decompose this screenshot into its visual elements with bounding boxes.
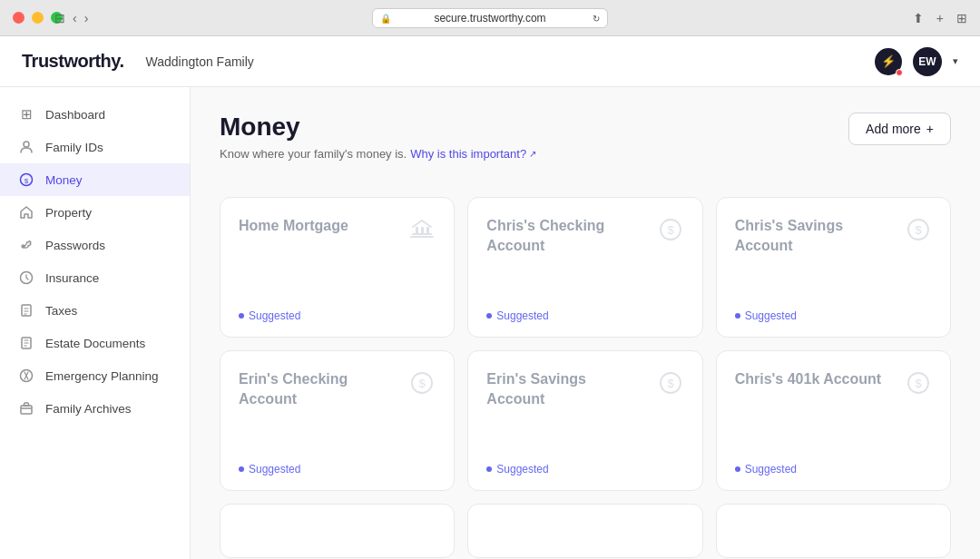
suggested-badge: Suggested xyxy=(249,463,300,476)
minimize-button[interactable] xyxy=(32,12,44,24)
cards-grid: Home Mortgage Suggested xyxy=(220,197,951,558)
notifications-button[interactable]: ⚡ xyxy=(875,48,902,75)
sidebar-item-emergency-planning[interactable]: Emergency Planning xyxy=(0,359,190,392)
grid-view-icon[interactable]: ⊞ xyxy=(956,11,967,25)
card-bottom: Suggested xyxy=(486,463,683,476)
suggested-badge: Suggested xyxy=(496,463,548,476)
suggested-dot xyxy=(239,466,244,472)
sidebar-label-emergency-planning: Emergency Planning xyxy=(45,369,159,383)
estate-documents-icon xyxy=(18,335,34,351)
card-7[interactable] xyxy=(220,504,455,558)
svg-point-0 xyxy=(24,142,29,147)
why-link[interactable]: Why is this important? ↗ xyxy=(410,147,536,161)
family-name: Waddington Family xyxy=(146,54,254,69)
add-more-icon: + xyxy=(926,122,934,136)
url-bar[interactable]: 🔒 secure.trustworthy.com ↻ xyxy=(372,8,608,28)
dollar-circle-icon: $ xyxy=(408,369,436,403)
svg-text:$: $ xyxy=(915,377,922,390)
refresh-icon[interactable]: ↻ xyxy=(593,13,600,23)
dashboard-icon: ⊞ xyxy=(18,106,34,123)
sidebar-item-insurance[interactable]: Insurance xyxy=(0,261,190,294)
suggested-dot xyxy=(486,313,492,319)
sidebar-item-family-archives[interactable]: Family Archives xyxy=(0,392,190,425)
title-section: Money Know where your family's money is.… xyxy=(220,113,536,181)
add-more-button[interactable]: Add more + xyxy=(848,113,951,145)
sidebar-label-passwords: Passwords xyxy=(45,239,105,252)
card-top: Erin's Savings Account $ xyxy=(486,369,683,408)
family-ids-icon xyxy=(18,139,34,155)
card-9[interactable] xyxy=(716,504,951,558)
dollar-circle-icon: $ xyxy=(657,369,684,403)
close-button[interactable] xyxy=(13,12,24,24)
card-top: Chris's Checking Account $ xyxy=(486,216,683,255)
sidebar-item-property[interactable]: Property xyxy=(0,196,190,229)
dollar-circle-icon: $ xyxy=(905,216,932,250)
avatar-chevron-icon[interactable]: ▾ xyxy=(953,55,958,67)
card-erin-savings[interactable]: Erin's Savings Account $ Suggested xyxy=(467,350,702,491)
card-8[interactable] xyxy=(467,504,702,558)
sidebar-label-property: Property xyxy=(45,206,92,220)
card-title: Chris's Savings Account xyxy=(735,216,883,255)
suggested-dot xyxy=(239,313,244,319)
card-title: Chris's 401k Account xyxy=(735,369,882,389)
bank-icon xyxy=(408,216,436,250)
emergency-planning-icon xyxy=(18,368,34,384)
card-title: Erin's Checking Account xyxy=(239,369,387,408)
money-icon: $ xyxy=(18,172,34,188)
dollar-circle-icon: $ xyxy=(905,369,932,403)
svg-text:$: $ xyxy=(24,177,29,185)
card-bottom: Suggested xyxy=(735,463,932,476)
url-text: secure.trustworthy.com xyxy=(434,12,545,25)
svg-rect-9 xyxy=(416,227,418,234)
card-bottom: Suggested xyxy=(735,309,932,322)
card-chris-401k[interactable]: Chris's 401k Account $ Suggested xyxy=(716,350,951,491)
sidebar-item-taxes[interactable]: Taxes xyxy=(0,294,190,327)
sidebar-toggle-icon[interactable]: ⊟ xyxy=(54,11,65,25)
card-top: Chris's Savings Account $ xyxy=(735,216,932,255)
app-logo: Trustworthy. xyxy=(22,51,124,72)
suggested-dot xyxy=(735,466,740,472)
bolt-icon: ⚡ xyxy=(881,54,896,68)
notification-badge xyxy=(896,69,903,76)
header-right: ⚡ EW ▾ xyxy=(875,47,958,76)
sidebar-item-dashboard[interactable]: ⊞ Dashboard xyxy=(0,98,190,131)
taxes-icon xyxy=(18,302,34,319)
lock-icon: 🔒 xyxy=(380,13,391,23)
card-chris-checking[interactable]: Chris's Checking Account $ Suggested xyxy=(467,197,702,338)
sidebar-label-family-archives: Family Archives xyxy=(45,402,132,416)
back-icon[interactable]: ‹ xyxy=(73,11,77,25)
card-chris-savings[interactable]: Chris's Savings Account $ Suggested xyxy=(716,197,951,338)
add-tab-icon[interactable]: + xyxy=(936,11,944,25)
app-header: Trustworthy. Waddington Family ⚡ EW ▾ xyxy=(0,36,980,87)
sidebar-label-estate-documents: Estate Documents xyxy=(45,337,145,350)
suggested-dot xyxy=(486,466,492,472)
add-more-label: Add more xyxy=(866,122,921,136)
suggested-badge: Suggested xyxy=(496,309,548,322)
forward-icon[interactable]: › xyxy=(84,11,89,25)
card-erin-checking[interactable]: Erin's Checking Account $ Suggested xyxy=(220,350,455,491)
user-avatar[interactable]: EW xyxy=(913,47,942,76)
sidebar-item-passwords[interactable]: Passwords xyxy=(0,229,190,261)
suggested-badge: Suggested xyxy=(745,309,797,322)
titlebar-right-controls: ⬆ + ⊞ xyxy=(913,11,967,25)
subtitle-text: Know where your family's money is. xyxy=(220,147,407,161)
sidebar-label-dashboard: Dashboard xyxy=(45,108,105,122)
svg-text:$: $ xyxy=(419,377,426,390)
sidebar-item-money[interactable]: $ Money xyxy=(0,163,190,196)
family-archives-icon xyxy=(18,400,34,417)
card-top: Home Mortgage xyxy=(239,216,436,250)
share-icon[interactable]: ⬆ xyxy=(913,11,924,25)
card-home-mortgage[interactable]: Home Mortgage Suggested xyxy=(220,197,455,338)
sidebar-label-money: Money xyxy=(45,173,83,187)
sidebar-label-insurance: Insurance xyxy=(45,271,99,285)
svg-rect-10 xyxy=(421,227,424,234)
subtitle: Know where your family's money is. Why i… xyxy=(220,147,536,161)
sidebar-item-estate-documents[interactable]: Estate Documents xyxy=(0,327,190,359)
card-title: Home Mortgage xyxy=(239,216,348,236)
card-title: Erin's Savings Account xyxy=(486,369,634,408)
sidebar-item-family-ids[interactable]: Family IDs xyxy=(0,131,190,163)
card-top: Chris's 401k Account $ xyxy=(735,369,932,403)
sidebar: ⊞ Dashboard Family IDs $ Money xyxy=(0,87,191,559)
logo-text: Trustworthy. xyxy=(22,51,124,71)
layout: ⊞ Dashboard Family IDs $ Money xyxy=(0,87,980,559)
